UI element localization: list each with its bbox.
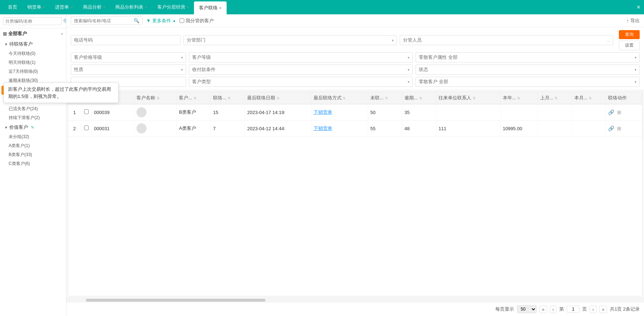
field-nature[interactable]: 性质 ▾	[71, 65, 186, 75]
nav-sales-label: 销货单	[27, 0, 41, 14]
field-status[interactable]: 状态 ▾	[416, 65, 640, 75]
nav-product-analysis-close[interactable]: ×	[103, 0, 105, 14]
status-label: 状态	[419, 66, 428, 73]
col-last-contact-date[interactable]: 最后联络日期 ⇅	[245, 92, 311, 104]
row2-this-year: 10995.00	[500, 121, 538, 137]
row2-checkbox[interactable]	[84, 126, 89, 130]
nav-product-list-close[interactable]: ×	[145, 0, 147, 14]
row1-cb[interactable]	[81, 104, 92, 121]
sidebar-search-icon[interactable]: 🔍	[63, 19, 66, 24]
field-payment[interactable]: 收付款条件 ▾	[189, 65, 413, 75]
col-this-year[interactable]: 本年... ⇅	[500, 92, 538, 104]
sidebar-group-pending-header[interactable]: ▼ 待联络客户	[0, 39, 66, 49]
nav-sales-close[interactable]: ×	[43, 0, 45, 14]
nav-product-analysis[interactable]: 商品分析 ×	[78, 0, 110, 14]
row2-actions: 🔗 ⊞	[606, 121, 642, 137]
nav-customer-contact[interactable]: 客户联络 ×	[194, 1, 226, 14]
next-page-btn[interactable]: ›	[590, 306, 596, 313]
customer-type-arrow: ▾	[408, 80, 409, 84]
field-customer-level[interactable]: 客户等级 ▾	[189, 52, 413, 62]
my-customer-checkbox[interactable]	[180, 18, 184, 23]
sidebar-item-a-class[interactable]: A类客户(1)	[0, 141, 66, 150]
per-page-select[interactable]: 50 20 100	[517, 305, 537, 313]
field-dept[interactable]: 分管部门 ▾	[184, 35, 397, 45]
field-manager[interactable]: 分管人员 ...	[400, 35, 613, 45]
col-customer-category[interactable]: 客户... ⇅	[177, 92, 211, 104]
sidebar-collapse-icon[interactable]: «	[61, 31, 63, 36]
col-customer-name[interactable]: 客户名称 ⇅	[134, 92, 176, 104]
sidebar-search-input[interactable]	[3, 17, 62, 25]
row2-method-link[interactable]: 下销货单	[314, 126, 332, 131]
nav-home-label: 首页	[8, 0, 17, 14]
col-contact-count[interactable]: 联络... ⇅	[211, 92, 245, 104]
more-conditions-btn[interactable]: ▼ 更多条件 ▲	[146, 18, 176, 24]
field-retail-customer[interactable]: 零散客户 全部 ▾	[416, 77, 640, 87]
sidebar-item-declining[interactable]: 持续下滑客户(2)	[0, 113, 66, 122]
nav-customer-tier[interactable]: 客户分层经营 ×	[152, 0, 194, 14]
price-level-label: 客户价格等级	[74, 54, 102, 61]
nav-customer-contact-close[interactable]: ×	[219, 1, 221, 15]
sidebar-group-value-header[interactable]: ▼ 价值客户 ✎	[0, 122, 66, 132]
h-scroll-thumb[interactable]	[86, 299, 265, 302]
retail-attr-arrow: ▾	[635, 56, 636, 60]
sidebar-item-c-class[interactable]: C类客户(6)	[0, 159, 66, 168]
query-button[interactable]: 查询	[619, 30, 640, 39]
field-phone[interactable]: 电话号码	[71, 35, 181, 45]
nav-home[interactable]: 首页	[3, 0, 22, 14]
settings-button[interactable]: 设置	[619, 41, 640, 50]
manager-more-icon: ...	[607, 38, 610, 42]
row2-link-icon[interactable]: 🔗	[608, 126, 614, 131]
row2-cb[interactable]	[81, 121, 92, 137]
search-input[interactable]	[74, 18, 131, 23]
col-last-month[interactable]: 上月... ⇅	[538, 92, 572, 104]
nav-customer-tier-label: 客户分层经营	[157, 0, 185, 14]
sidebar-item-today[interactable]: 今天待联络(0)	[0, 49, 66, 58]
sidebar-item-ungrouped[interactable]: 未分组(32)	[0, 132, 66, 141]
nav-sales-order[interactable]: 销货单 ×	[22, 0, 50, 14]
customer-level-arrow: ▾	[408, 56, 409, 60]
search-icon-main[interactable]: 🔍	[134, 18, 139, 23]
row1-checkbox[interactable]	[84, 109, 89, 114]
row1-link-icon[interactable]: 🔗	[608, 109, 614, 115]
customer-level-label: 客户等级	[192, 54, 211, 61]
col-last-contact-method[interactable]: 最后联络方式 ⇅	[311, 92, 368, 104]
horizontal-scrollbar[interactable]	[66, 298, 644, 302]
nav-purchase-close[interactable]: ×	[70, 0, 73, 14]
col-contact-action[interactable]: 联络动作	[606, 92, 642, 104]
prev-page-btn[interactable]: ‹	[550, 306, 556, 313]
nav-purchase-order[interactable]: 进货单 ×	[50, 0, 78, 14]
top-nav: 首页 销货单 × 进货单 × 商品分析 × 商品分析列表 × 客户分层经营 × …	[0, 0, 644, 14]
col-contact-person[interactable]: 往来单位联系人 ⇅	[436, 92, 501, 104]
field-retail-attr[interactable]: 零散客户属性 全部 ▾	[416, 52, 640, 62]
first-page-btn[interactable]: «	[539, 306, 547, 313]
window-close-button[interactable]: ×	[636, 4, 640, 11]
nav-customer-tier-close[interactable]: ×	[187, 0, 189, 14]
field-customer-type[interactable]: 客户类型 ▾	[189, 77, 413, 87]
row2-grid-icon[interactable]: ⊞	[617, 126, 621, 131]
row1-contact-count: 15	[211, 104, 245, 121]
price-level-arrow: ▾	[181, 56, 183, 60]
tooltip-box: 距客户上次交易时长，超过了此客户的平均交易周期的1.5倍，则视为异常。	[66, 82, 119, 103]
page-input[interactable]	[567, 306, 579, 313]
field-price-level[interactable]: 客户价格等级 ▾	[71, 52, 186, 62]
row2-overdue: 48	[402, 121, 436, 137]
export-button[interactable]: ↑ 导出	[627, 18, 640, 24]
row1-grid-icon[interactable]: ⊞	[617, 109, 621, 115]
sidebar-item-b-class[interactable]: B类客户(33)	[0, 150, 66, 159]
col-uncontacted[interactable]: 未联... ⇅	[368, 92, 402, 104]
filter-bar: 🔍 ▼ 更多条件 ▲ 我分管的客户 ↑ 导出	[66, 14, 644, 27]
last-page-btn[interactable]: »	[599, 306, 607, 313]
col-overdue[interactable]: 逾期... ⇅	[402, 92, 436, 104]
dept-label: 分管部门	[187, 37, 205, 43]
row1-overdue: 35	[402, 104, 436, 121]
sidebar-item-lost[interactable]: 已流失客户(24)	[0, 104, 66, 113]
table-container: ⚙ 客户编码 ⇅ 客户名称 ⇅ 客户... ⇅ 联络... ⇅ 最后联络日期 ⇅…	[68, 91, 643, 296]
nav-purchase-label: 进货单	[55, 0, 69, 14]
col-this-month[interactable]: 本月... ⇅	[572, 92, 606, 104]
row1-method-link[interactable]: 下销货单	[314, 109, 332, 115]
edit-icon[interactable]: ✎	[31, 125, 34, 130]
sidebar-all-customers[interactable]: ⊞ 全部客户 «	[0, 28, 66, 39]
sidebar-item-tomorrow[interactable]: 明天待联络(1)	[0, 58, 66, 67]
nav-product-list[interactable]: 商品分析列表 ×	[110, 0, 152, 14]
sidebar-item-7days[interactable]: 近7天待联络(0)	[0, 67, 66, 76]
